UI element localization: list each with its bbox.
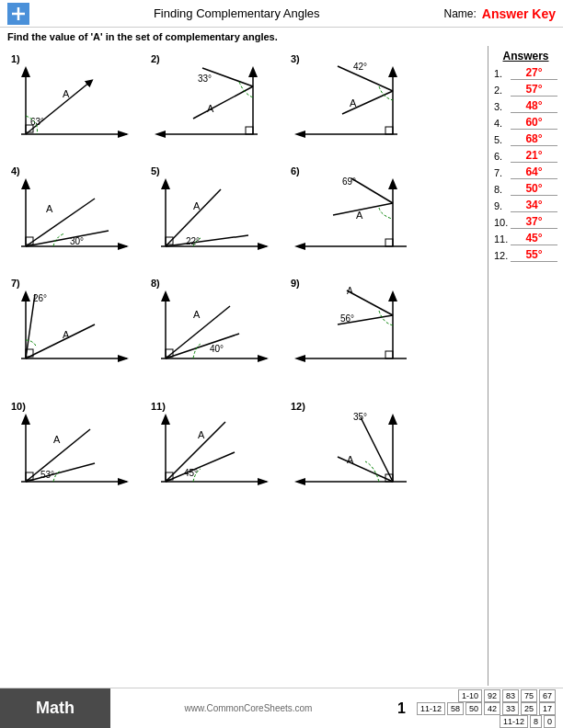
stats-val-92: 92 [484,689,500,702]
answer-num-1: 1. [494,68,511,79]
svg-text:A: A [347,454,354,465]
svg-marker-73 [258,355,269,362]
svg-text:A: A [207,103,214,114]
answer-line-9: 34° [511,199,557,212]
svg-text:A: A [193,309,201,320]
svg-line-104 [361,417,393,482]
problem-4: 4) A 30° [7,162,147,272]
svg-marker-81 [294,355,305,362]
answer-val-1: 27° [525,66,542,79]
problem-1-diagram: A 63° [7,50,145,158]
answer-num-12: 12. [494,250,511,261]
answer-num-10: 10. [494,217,511,228]
answer-val-3: 48° [525,99,542,112]
answer-num-6: 6. [494,151,511,162]
answer-item-12: 12. 55° [494,248,557,262]
svg-text:33°: 33° [198,74,212,84]
answer-item-1: 1. 27° [494,66,557,80]
problem-2-diagram: 33° A [147,50,285,158]
problem-12-diagram: 35° A [287,397,425,506]
svg-marker-109 [294,478,305,485]
logo [7,3,29,25]
problem-9: 9) A 56° [287,274,427,384]
instructions: Find the value of 'A' in the set of comp… [0,28,563,46]
answer-line-2: 57° [511,83,557,97]
stats-label-1: 1-10 [458,689,482,702]
stats-val-83: 83 [502,689,519,702]
stats-val-0: 0 [544,715,556,728]
svg-rect-49 [385,239,393,246]
answer-line-8: 50° [511,182,557,196]
problem-row-3: 7) 26° A [7,274,480,384]
svg-line-77 [347,290,393,315]
answer-line-11: 45° [511,232,557,245]
svg-text:22°: 22° [186,236,200,246]
problem-6: 6) 69° A [287,162,427,272]
problem-7: 7) 26° A [7,274,147,384]
stats-val-50: 50 [465,702,482,715]
svg-line-97 [166,452,235,482]
svg-marker-101 [258,478,269,485]
answer-num-11: 11. [494,233,511,245]
svg-text:53°: 53° [40,470,54,480]
main-content: 1) A [0,46,563,686]
answer-key-label: Answer Key [482,6,556,21]
svg-text:56°: 56° [340,313,354,324]
problem-row-2: 4) A 30° [7,162,480,272]
svg-marker-54 [294,243,305,250]
answer-num-4: 4. [494,118,511,129]
svg-rect-76 [385,351,393,358]
answer-val-2: 57° [525,83,542,96]
svg-text:42°: 42° [353,62,367,72]
problem-10: 10) A 53° [7,397,147,507]
problem-5: 5) A 22° [147,162,287,272]
svg-line-105 [338,457,393,482]
svg-marker-64 [118,355,129,362]
svg-text:A: A [53,434,61,445]
svg-marker-36 [21,178,30,189]
answer-num-3: 3. [494,101,511,112]
answer-val-7: 64° [525,165,542,178]
answer-item-9: 9. 34° [494,199,557,212]
svg-text:26°: 26° [33,293,47,303]
footer-stats: 1-10 92 83 75 67 11-12 58 50 42 33 25 17… [417,689,563,728]
answer-item-4: 4. 60° [494,116,557,130]
stats-11-12-label: 11-12 [500,715,528,728]
problem-8: 8) A 40° [147,274,287,384]
svg-rect-13 [246,127,253,134]
svg-marker-72 [161,290,170,301]
answers-header: Answers [494,50,557,63]
problem-8-diagram: A 40° [147,274,285,382]
stats-label-2: 11-12 [417,702,445,715]
stats-val-25: 25 [521,702,537,715]
answer-val-5: 68° [525,132,542,145]
header-right: Name: Answer Key [444,6,557,21]
svg-marker-28 [388,66,397,77]
svg-line-50 [351,178,393,203]
problem-11-diagram: A 45° [147,397,285,506]
answer-sidebar: Answers 1. 27° 2. 57° 3. 48° 4. 60° 5 [488,46,563,686]
svg-marker-63 [21,290,30,301]
answer-line-4: 60° [511,116,557,130]
header: Finding Complementary Angles Name: Answe… [0,0,563,28]
svg-text:A: A [63,88,70,99]
svg-line-42 [166,235,248,246]
problem-12: 12) 35° A [287,397,427,507]
problem-6-diagram: 69° A [287,162,425,270]
answer-line-10: 37° [511,215,557,229]
svg-marker-46 [258,243,269,250]
svg-rect-22 [385,127,393,134]
problem-4-diagram: A 30° [7,162,145,270]
answer-line-1: 27° [511,66,557,80]
svg-text:63°: 63° [30,117,44,127]
answer-val-9: 34° [525,199,542,211]
footer-page: 1 [386,700,417,717]
svg-marker-91 [118,478,129,485]
svg-text:30°: 30° [70,236,84,246]
svg-marker-19 [248,66,258,77]
svg-text:A: A [193,200,201,211]
stats-row-3: 11-12 8 0 [500,715,556,728]
answer-item-11: 11. 45° [494,232,557,245]
answer-num-2: 2. [494,85,511,96]
stats-row-2: 11-12 58 50 42 33 25 17 [417,702,556,715]
